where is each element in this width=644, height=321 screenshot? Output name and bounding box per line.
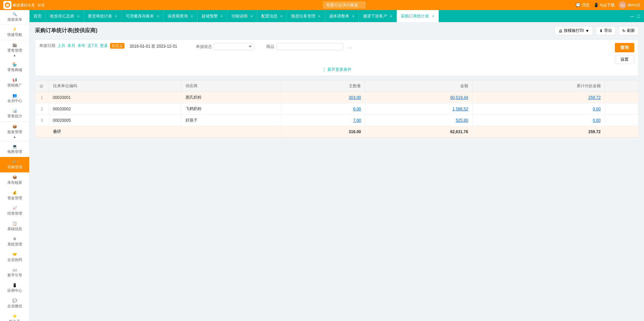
date-label: 单据日期 xyxy=(39,43,55,49)
cell-amount: 525.80 xyxy=(365,115,472,126)
sidebar-item-purchase[interactable]: 🛒 采购管理 xyxy=(0,157,29,172)
close-icon-order-stats[interactable]: ✕ xyxy=(115,14,117,18)
sidebar-item-inventory[interactable]: 📦 库存核算 xyxy=(0,172,29,188)
expand-row: ⋮ 展开更多条件 xyxy=(39,67,634,72)
nav-minimize-button[interactable]: ─ xyxy=(629,12,635,20)
quick-nav-icon: ⚡ xyxy=(12,27,17,32)
header-actions: 🖨 按模板打印 ▼ ⬇ 导出 ↻ 刷新 xyxy=(555,26,639,35)
sidebar-item-app-center[interactable]: 📱 应用中心 xyxy=(0,280,29,296)
nav-tab-pick-task[interactable]: 拣货任务管理 ✕ xyxy=(287,10,325,22)
nav-tab-purchase-stats[interactable]: 采购订单统计表 ✕ xyxy=(397,10,439,22)
close-icon-guide[interactable]: ✕ xyxy=(250,14,253,18)
export-button[interactable]: ⬇ 导出 xyxy=(596,26,616,35)
app-icon: 📱 xyxy=(594,3,599,7)
message-button[interactable]: 💬 消息 xyxy=(576,2,590,8)
vip-icon: ⭐ xyxy=(12,314,17,318)
sidebar-item-vip[interactable]: ⭐ 畅会员 xyxy=(0,311,29,321)
sidebar-item-operations[interactable]: 📈 经营管理 xyxy=(0,203,29,219)
nav-tab-available-stock[interactable]: 可用量库存账本 ✕ xyxy=(122,10,164,22)
nav-tab-config[interactable]: 配置信息 ✕ xyxy=(257,10,287,22)
svg-text:Ea: Ea xyxy=(621,4,625,7)
status-select-wrapper: 待处理 已完成 xyxy=(214,43,254,50)
sidebar-item-wechat[interactable]: 💬 企业微信 xyxy=(0,296,29,311)
sidebar-item-retail-store[interactable]: 🏪 零售商城 xyxy=(0,60,29,75)
search-menu-button[interactable]: 🔍 搜索菜单 xyxy=(0,10,29,24)
goods-label: 商品 xyxy=(266,44,274,50)
page-title: 采购订单统计表(按供应商) xyxy=(35,27,98,34)
close-icon-cost-adjust[interactable]: ✕ xyxy=(352,14,355,18)
sidebar-item-member[interactable]: 👥 会员中心 xyxy=(0,91,29,106)
inventory-icon: 📦 xyxy=(12,175,17,179)
close-icon-pick-task[interactable]: ✕ xyxy=(318,14,321,18)
refresh-button[interactable]: ↻ 刷新 xyxy=(619,26,639,35)
table-row[interactable]: 2 00020002 飞鹤奶粉 6.00 1,586.52 0.00 xyxy=(35,103,638,115)
query-button[interactable]: 查询 xyxy=(615,43,634,52)
print-button[interactable]: 🖨 按模板打印 ▼ xyxy=(555,26,593,35)
user-profile[interactable]: Ea demo2 xyxy=(619,1,640,9)
filter-panel: 单据日期 上月 本月 本年 近7天 更多 自定义 xyxy=(35,39,639,76)
app-download-button[interactable]: 📱 App下载 xyxy=(594,2,615,8)
username: demo2 xyxy=(628,3,640,7)
status-filter: 单据状态 待处理 已完成 xyxy=(196,43,254,50)
sidebar-item-quick-nav[interactable]: ⚡ 快捷导航 xyxy=(0,24,29,40)
footer-amount: 62,631.76 xyxy=(365,126,472,138)
print-icon: 🖨 xyxy=(558,29,562,33)
column-settings-icon[interactable]: ⚙ xyxy=(39,84,44,89)
expand-button[interactable]: ⋮ 展开更多条件 xyxy=(322,67,352,72)
shortcut-more[interactable]: 更多 xyxy=(100,43,108,49)
retail-store-icon: 🏪 xyxy=(12,62,17,67)
th-supplier: 供应商 xyxy=(181,81,281,92)
sidebar-item-guide[interactable]: 📖 新手引导 xyxy=(0,265,29,280)
goods-more-icon[interactable]: … xyxy=(347,44,352,50)
finance-icon: 💰 xyxy=(12,191,17,195)
status-select[interactable]: 待处理 已完成 xyxy=(214,43,254,50)
cell-paid: 259.72 xyxy=(472,92,605,103)
nav-tab-overstock[interactable]: 超储预警 ✕ xyxy=(198,10,227,22)
close-icon-invite[interactable]: ✕ xyxy=(390,14,392,18)
nav-tab-guide[interactable]: 功能说明 ✕ xyxy=(227,10,257,22)
cell-qty: 7.00 xyxy=(281,115,365,126)
cell-supplier: 好孩子 xyxy=(181,115,281,126)
retail-stats-icon: 📊 xyxy=(12,109,17,113)
date-range-display: 2016-01-01 至 2023-12-31 xyxy=(130,44,177,49)
nav-tab-expiry[interactable]: 保质期查询 ✕ xyxy=(164,10,198,22)
sidebar-item-retail-mgmt[interactable]: 🏬 零售管理 ▲ xyxy=(0,40,29,60)
sidebar-item-retail-stats[interactable]: 📊 零售统计 xyxy=(0,106,29,121)
table-footer: 合计 316.00 62,631.76 259.72 xyxy=(35,126,638,138)
nav-tab-order-stats[interactable]: 要货单统计表 ✕ xyxy=(84,10,122,22)
close-icon-receipt[interactable]: ✕ xyxy=(77,14,79,18)
nav-tab-invite[interactable]: 邀请下游客户 ✕ xyxy=(359,10,397,22)
sidebar-item-wholesale[interactable]: 📦 批发管理 ▲ xyxy=(0,122,29,141)
sidebar-item-base-info[interactable]: 📋 基础信息 xyxy=(0,219,29,234)
workspace-selector[interactable]: 母婴行业演示账套 xyxy=(323,2,365,8)
nav-maximize-button[interactable]: □ xyxy=(636,12,641,20)
custom-badge: 自定义 xyxy=(110,43,124,49)
table-row[interactable]: 1 00020001 惠氏奶粉 303.00 60,519.44 259.72 xyxy=(35,92,638,103)
close-icon-purchase-stats[interactable]: ✕ xyxy=(432,14,434,18)
sidebar-item-finance[interactable]: 💰 资金管理 xyxy=(0,188,29,203)
goods-input[interactable] xyxy=(276,43,343,50)
sidebar-item-marketing[interactable]: 📢 营销推广 xyxy=(0,75,29,91)
nav-tab-cost-adjust[interactable]: 成本调整单 ✕ xyxy=(325,10,359,22)
search-icon: 🔍 xyxy=(12,12,17,16)
shortcut-this-month[interactable]: 本月 xyxy=(67,43,75,49)
close-icon-expiry[interactable]: ✕ xyxy=(191,14,193,18)
date-filter: 单据日期 上月 本月 本年 近7天 更多 自定义 xyxy=(39,43,124,49)
cell-supplier: 惠氏奶粉 xyxy=(181,92,281,103)
sidebar-item-system[interactable]: ⚙ 系统管理 xyxy=(0,234,29,250)
nav-tab-receipt-summary[interactable]: 收发存汇总表 ✕ xyxy=(46,10,84,22)
close-icon-overstock[interactable]: ✕ xyxy=(220,14,223,18)
logo: 畅 畅捷通好生意 xyxy=(3,1,35,9)
nav-tab-home[interactable]: 首页 xyxy=(30,10,46,22)
table-header: ⚙ 往来单位编码 供应商 主数量 金额 累计付款金额 xyxy=(35,81,638,92)
sidebar-item-collab[interactable]: 🤝 企业协同 xyxy=(0,250,29,265)
shortcut-this-year[interactable]: 本年 xyxy=(77,43,86,49)
close-icon-available-stock[interactable]: ✕ xyxy=(157,14,159,18)
settings-button[interactable]: 设置 xyxy=(615,55,634,64)
cell-index: 1 xyxy=(35,92,49,103)
table-row[interactable]: 3 00020005 好孩子 7.00 525.80 0.00 xyxy=(35,115,638,126)
shortcut-7days[interactable]: 近7天 xyxy=(88,43,98,49)
shortcut-last-month[interactable]: 上月 xyxy=(57,43,65,49)
sidebar-item-ecommerce[interactable]: 💻 电商管理 xyxy=(0,142,29,157)
close-icon-config[interactable]: ✕ xyxy=(280,14,283,18)
